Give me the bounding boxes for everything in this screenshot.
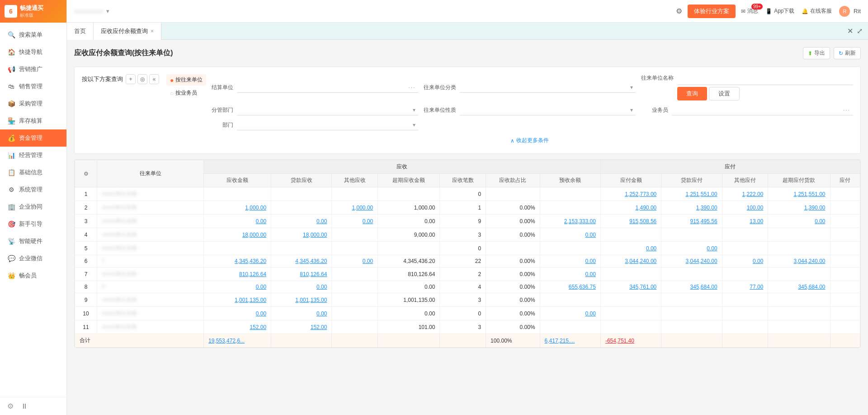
department-chevron-icon[interactable]: ▾ xyxy=(413,122,415,128)
row-cell[interactable]: 0.00 xyxy=(204,215,271,228)
row-cell[interactable]: 655,636.75 xyxy=(540,281,600,293)
department-input[interactable]: ▾ xyxy=(237,120,418,130)
footer-ar-prepay[interactable]: 6,417,215.... xyxy=(540,334,600,348)
row-cell[interactable]: 0.00 xyxy=(661,242,722,255)
sidebar-item-basic-info[interactable]: 📋 基础信息 xyxy=(0,164,66,181)
messages-button[interactable]: ✉ 消息 99+ xyxy=(741,7,758,15)
row-cell[interactable]: 915,495.56 xyxy=(661,215,722,228)
row-cell[interactable]: 0.00 xyxy=(271,281,332,293)
row-cell[interactable]: 345,684.00 xyxy=(768,281,830,293)
row-cell[interactable]: 0.00 xyxy=(600,242,661,255)
row-cell[interactable]: 0.00 xyxy=(204,307,271,320)
add-scheme-icon[interactable]: + xyxy=(126,74,136,84)
row-cell[interactable]: 3,044,240.00 xyxy=(768,255,830,267)
edit-scheme-icon[interactable]: ◎ xyxy=(137,74,147,84)
refresh-button[interactable]: ↻ 刷新 xyxy=(834,47,861,59)
sidebar-item-operations[interactable]: 📊 经营管理 xyxy=(0,147,66,164)
sidebar-item-marketing[interactable]: 📢 营销推广 xyxy=(0,61,66,78)
sidebar-item-sales[interactable]: 🛍 销售管理 xyxy=(0,78,66,95)
sidebar-item-member[interactable]: 👑 畅会员 xyxy=(0,267,66,284)
row-cell[interactable]: 0.00 xyxy=(540,307,600,320)
row-cell[interactable]: 18,000.00 xyxy=(271,228,332,242)
search-option-by-employee[interactable]: ○ 按业务员 xyxy=(166,87,206,99)
row-cell[interactable]: 18,000.00 xyxy=(204,228,271,242)
counterpart-nature-input[interactable]: ▾ xyxy=(460,105,636,115)
row-cell[interactable]: 1,390.00 xyxy=(768,201,830,215)
row-cell[interactable]: 77.00 xyxy=(722,281,768,293)
row-cell[interactable]: 810,126.64 xyxy=(271,267,332,281)
row-cell[interactable]: 2,153,333.00 xyxy=(540,215,600,228)
row-cell[interactable]: 0.00 xyxy=(540,267,600,281)
row-cell[interactable]: 152.00 xyxy=(204,320,271,334)
sidebar-item-search-menu[interactable]: 🔍 搜索菜单 xyxy=(0,26,66,43)
row-cell[interactable]: 100.00 xyxy=(722,201,768,215)
branch-dept-input[interactable]: ▾ xyxy=(237,105,418,115)
counterpart-name-input[interactable] xyxy=(677,74,853,85)
query-button[interactable]: 查询 xyxy=(677,87,707,100)
row-cell[interactable]: 810,126.64 xyxy=(204,267,271,281)
row-cell[interactable]: 3,044,240.00 xyxy=(600,255,661,267)
row-cell[interactable]: 345,761.00 xyxy=(600,281,661,293)
collapse-more-btn[interactable]: ∧ 收起更多条件 xyxy=(206,135,853,146)
row-cell[interactable]: 1,000.00 xyxy=(332,201,378,215)
salesperson-dots-icon[interactable]: ··· xyxy=(843,107,850,113)
row-cell[interactable]: 0.00 xyxy=(332,255,378,267)
sidebar-item-finance[interactable]: 💰 资金管理 xyxy=(0,129,66,147)
row-cell[interactable]: 152.00 xyxy=(271,320,332,334)
settings-button[interactable]: 设置 xyxy=(709,87,740,100)
row-cell[interactable]: 13.00 xyxy=(722,215,768,228)
collapse-icon[interactable]: ⏸ xyxy=(21,402,28,410)
row-cell[interactable]: 0.00 xyxy=(540,255,600,267)
tab-ar-ap[interactable]: 应收应付余额查询 × xyxy=(94,23,161,40)
sidebar-item-purchase[interactable]: 📦 采购管理 xyxy=(0,95,66,112)
sidebar-item-guide[interactable]: 🎯 新手引导 xyxy=(0,215,66,233)
tab-fullscreen-icon[interactable]: ⤢ xyxy=(857,27,863,35)
col-settings[interactable]: ⚙ xyxy=(75,160,97,187)
row-cell[interactable]: 4,345,436.20 xyxy=(204,255,271,267)
online-service-button[interactable]: 🔔 在线客服 xyxy=(802,7,832,15)
collapse-scheme-icon[interactable]: « xyxy=(149,74,159,84)
row-cell[interactable]: 1,252,773.00 xyxy=(600,187,661,201)
row-cell[interactable]: 0.00 xyxy=(722,255,768,267)
branch-dept-chevron-icon[interactable]: ▾ xyxy=(413,107,415,113)
user-info[interactable]: R Rit xyxy=(839,6,861,17)
row-cell[interactable]: 4,345,436.20 xyxy=(271,255,332,267)
table-config-icon[interactable]: ⚙ xyxy=(80,167,92,180)
row-cell[interactable]: 1,001,135.00 xyxy=(271,293,332,307)
row-cell[interactable]: 1,001,135.00 xyxy=(204,293,271,307)
row-cell[interactable]: 1,390.00 xyxy=(661,201,722,215)
row-cell[interactable]: 1,490.00 xyxy=(600,201,661,215)
row-cell[interactable]: 0.00 xyxy=(540,228,600,242)
export-button[interactable]: ⬆ 导出 xyxy=(803,47,830,59)
footer-ar-amount[interactable]: 19,553,472,6... xyxy=(204,334,271,348)
tab-close-icon[interactable]: × xyxy=(151,28,154,34)
counterpart-category-chevron-icon[interactable]: ▾ xyxy=(630,84,633,91)
row-cell[interactable]: 0.00 xyxy=(204,281,271,293)
row-cell[interactable]: 0.00 xyxy=(768,215,830,228)
sidebar-item-enterprise-wx[interactable]: 💬 企业微信 xyxy=(0,250,66,267)
tab-home[interactable]: 首页 xyxy=(67,23,94,40)
sidebar-item-quick-nav[interactable]: 🏠 快捷导航 xyxy=(0,43,66,61)
row-cell[interactable]: 1,251,551.00 xyxy=(768,187,830,201)
footer-ap-amount[interactable]: -654,751.40 xyxy=(600,334,661,348)
row-cell[interactable]: 1,000.00 xyxy=(204,201,271,215)
counterpart-nature-chevron-icon[interactable]: ▾ xyxy=(630,107,633,113)
sidebar-item-system[interactable]: ⚙ 系统管理 xyxy=(0,181,66,198)
counterpart-category-input[interactable]: ▾ xyxy=(460,82,636,93)
settings-bottom-icon[interactable]: ⚙ xyxy=(7,402,14,410)
promo-button[interactable]: 体验行业方案 xyxy=(688,5,736,18)
search-option-by-unit[interactable]: ● 按往来单位 xyxy=(166,74,206,86)
row-cell[interactable]: 3,044,240.00 xyxy=(661,255,722,267)
salesperson-input[interactable]: ··· xyxy=(672,105,853,115)
sidebar-item-smart-hw[interactable]: 📡 智能硬件 xyxy=(0,233,66,250)
app-download-button[interactable]: 📱 App下载 xyxy=(765,7,794,15)
sidebar-item-inventory[interactable]: 🏪 库存核算 xyxy=(0,112,66,129)
row-cell[interactable]: 0.00 xyxy=(271,215,332,228)
row-cell[interactable]: 345,684.00 xyxy=(661,281,722,293)
sidebar-item-enterprise[interactable]: 🏢 企业协同 xyxy=(0,198,66,215)
row-cell[interactable]: 0.00 xyxy=(332,215,378,228)
settings-icon[interactable]: ⚙ xyxy=(676,7,682,15)
settlement-unit-dots-icon[interactable]: ··· xyxy=(408,84,415,91)
row-cell[interactable]: 0.00 xyxy=(271,307,332,320)
row-cell[interactable]: 1,251,551.00 xyxy=(661,187,722,201)
